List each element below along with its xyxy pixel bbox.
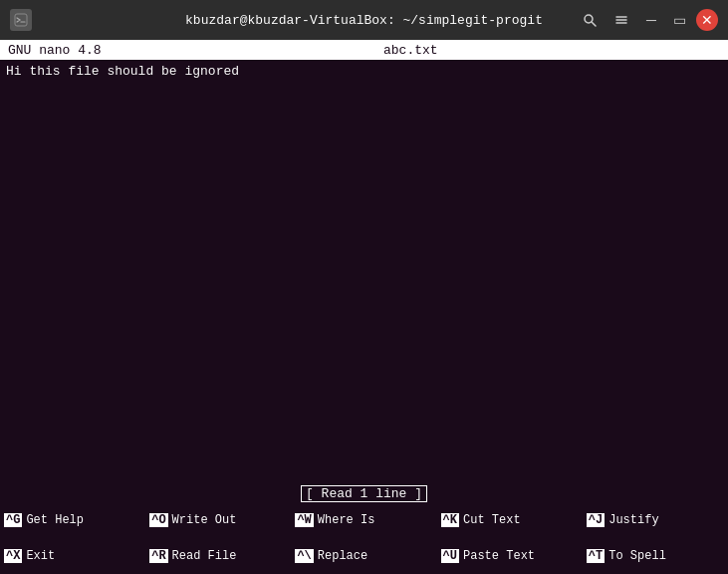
- window-controls: ─ ▭ ✕: [577, 7, 718, 33]
- shortcut-label-justify: Justify: [608, 513, 658, 527]
- shortcut-label-get-help: Get Help: [26, 513, 84, 527]
- nano-editor: GNU nano 4.8 abc.txt Hi this file should…: [0, 40, 728, 574]
- shortcut-where-is[interactable]: ^W Where Is: [291, 502, 436, 538]
- shortcut-label-paste-text: Paste Text: [463, 549, 535, 563]
- window-title: kbuzdar@kbuzdar-VirtualBox: ~/simplegit-…: [185, 13, 543, 28]
- title-bar: kbuzdar@kbuzdar-VirtualBox: ~/simplegit-…: [0, 0, 728, 40]
- maximize-button[interactable]: ▭: [668, 9, 690, 31]
- terminal-icon: [10, 9, 32, 31]
- shortcut-label-read-file: Read File: [172, 549, 237, 563]
- status-bar: [ Read 1 line ]: [0, 484, 728, 502]
- editor-content[interactable]: Hi this file should be ignored: [0, 60, 728, 484]
- shortcut-bar-row1: ^G Get Help ^O Write Out ^W Where Is ^K …: [0, 502, 728, 538]
- shortcut-label-write-out: Write Out: [172, 513, 237, 527]
- shortcut-key-k: ^K: [441, 513, 459, 527]
- shortcut-cut-text[interactable]: ^K Cut Text: [437, 502, 583, 538]
- shortcut-key-j: ^J: [587, 513, 605, 527]
- shortcut-justify[interactable]: ^J Justify: [583, 502, 728, 538]
- nano-version: GNU nano 4.8: [8, 43, 102, 58]
- title-bar-left: [10, 9, 32, 31]
- shortcut-key-u: ^U: [441, 549, 459, 563]
- shortcut-write-out[interactable]: ^O Write Out: [145, 502, 291, 538]
- shortcut-read-file[interactable]: ^R Read File: [145, 538, 291, 574]
- shortcut-label-exit: Exit: [26, 549, 55, 563]
- shortcut-key-backslash: ^\: [295, 549, 313, 563]
- shortcut-label-cut-text: Cut Text: [463, 513, 521, 527]
- shortcut-key-t: ^T: [587, 549, 605, 563]
- nano-filename: abc.txt: [383, 43, 438, 58]
- shortcut-key-o: ^O: [149, 513, 167, 527]
- shortcut-paste-text[interactable]: ^U Paste Text: [437, 538, 583, 574]
- menu-button[interactable]: [608, 7, 634, 33]
- shortcut-replace[interactable]: ^\ Replace: [291, 538, 436, 574]
- svg-line-3: [593, 23, 597, 27]
- nano-topbar: GNU nano 4.8 abc.txt: [0, 40, 728, 60]
- search-button[interactable]: [577, 7, 603, 33]
- shortcut-to-spell[interactable]: ^T To Spell: [583, 538, 728, 574]
- shortcut-label-replace: Replace: [318, 549, 367, 563]
- shortcut-label-to-spell: To Spell: [608, 549, 666, 563]
- shortcut-key-w: ^W: [295, 513, 313, 527]
- status-message: [ Read 1 line ]: [301, 485, 427, 502]
- shortcut-get-help[interactable]: ^G Get Help: [0, 502, 145, 538]
- shortcut-exit[interactable]: ^X Exit: [0, 538, 145, 574]
- minimize-button[interactable]: ─: [640, 9, 662, 31]
- svg-point-2: [585, 15, 593, 23]
- shortcut-bar-row2: ^X Exit ^R Read File ^\ Replace ^U Paste…: [0, 538, 728, 574]
- shortcut-label-where-is: Where Is: [318, 513, 375, 527]
- shortcut-key-g: ^G: [4, 513, 22, 527]
- close-button[interactable]: ✕: [696, 9, 718, 31]
- shortcut-key-r: ^R: [149, 549, 167, 563]
- shortcut-key-x: ^X: [4, 549, 22, 563]
